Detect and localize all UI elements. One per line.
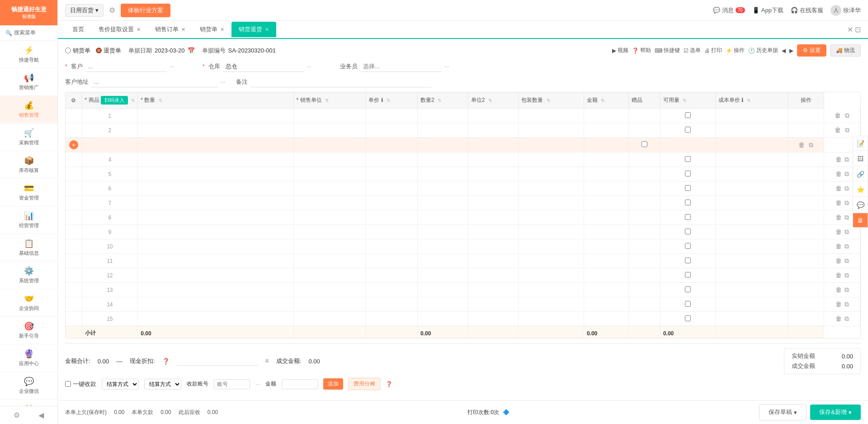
sidebar-item-finance[interactable]: 💳 资金管理: [0, 179, 57, 206]
cost-unit-cell-3[interactable]: [715, 138, 788, 152]
add-row-btn[interactable]: +: [69, 140, 78, 149]
product-sort[interactable]: ⇅: [131, 98, 135, 103]
tab-sales-order[interactable]: 销售订单 ✕: [148, 22, 193, 37]
delete-row-1[interactable]: 🗑: [835, 112, 841, 119]
sales-unit-cell-1[interactable]: [366, 109, 418, 123]
delete-row-2[interactable]: 🗑: [835, 126, 841, 133]
unit2-cell-1[interactable]: [519, 109, 584, 123]
notes-input[interactable]: [250, 76, 431, 87]
available-cell-1[interactable]: [715, 109, 788, 123]
right-chat-btn[interactable]: 💬: [853, 198, 868, 212]
product-cell-1[interactable]: [138, 109, 293, 123]
copy-row-14[interactable]: ⧉: [844, 300, 849, 308]
unit-price-cell-3[interactable]: [366, 138, 418, 152]
unit2-sort[interactable]: ⇅: [488, 98, 492, 103]
tab-sales-return-close[interactable]: ✕: [265, 27, 269, 33]
delete-row-3[interactable]: 🗑: [798, 141, 805, 148]
tab-sales-delivery[interactable]: 销货单 ✕: [193, 22, 231, 37]
copy-row-1[interactable]: ⧉: [845, 112, 849, 119]
copy-row-3[interactable]: ⧉: [809, 141, 813, 148]
sidebar-settings-btn[interactable]: ⚙: [14, 411, 20, 419]
operate-btn[interactable]: ⚡ 操作: [726, 47, 745, 54]
sidebar-item-enterprise-wechat[interactable]: 💬 企业微信: [0, 372, 57, 400]
quantity-sort[interactable]: ⇅: [159, 98, 162, 103]
cost-unit-info-icon[interactable]: ℹ: [741, 97, 744, 103]
copy-row-8[interactable]: ⧉: [844, 214, 849, 221]
gift-cell-2[interactable]: [660, 123, 715, 138]
quantity2-cell-2[interactable]: [468, 123, 519, 138]
print-btn[interactable]: 🖨 打印: [704, 47, 722, 54]
tab-sales-return[interactable]: 销货退货 ✕: [231, 22, 276, 37]
add-payment-btn[interactable]: 添加: [323, 378, 343, 390]
payment-amount-input[interactable]: [282, 379, 318, 389]
dropdown-arrow-icon-2[interactable]: ▾: [849, 409, 852, 416]
delete-row-9[interactable]: 🗑: [835, 228, 842, 235]
one-click-payment-input[interactable]: [65, 381, 71, 387]
quantity-cell-1[interactable]: [293, 109, 366, 123]
history-btn[interactable]: 🕐 历史单据: [748, 47, 778, 54]
amount-cell-3[interactable]: [584, 138, 628, 152]
quantity2-cell-3[interactable]: [418, 138, 468, 152]
sidebar-search[interactable]: 🔍 搜索菜单: [0, 25, 57, 41]
user-profile[interactable]: 人 徐泽华: [830, 5, 861, 16]
tab-price-settings[interactable]: 售价提取设置 ✕: [91, 22, 148, 37]
help-btn[interactable]: ❓ 帮助: [632, 47, 651, 54]
delete-row-6[interactable]: 🗑: [835, 185, 842, 192]
table-settings-header[interactable]: ⚙: [66, 92, 82, 109]
sidebar-item-quick-nav[interactable]: ⚡ 快捷导航: [0, 41, 57, 68]
gift-cell-3[interactable]: [628, 138, 660, 152]
gift-checkbox-1[interactable]: [685, 112, 691, 118]
cost-unit-sort[interactable]: ⇅: [747, 98, 750, 103]
pkg-qty-cell-2[interactable]: [584, 123, 628, 138]
unit-price-cell-1[interactable]: [418, 109, 468, 123]
customer-picker-btn[interactable]: ···: [170, 63, 174, 70]
next-doc-btn[interactable]: ▶: [789, 48, 793, 54]
save-new-btn[interactable]: 保存&新增 ▾: [810, 405, 861, 420]
scan-btn[interactable]: 扫码录入: [101, 96, 128, 105]
select-btn[interactable]: ☑ 选单: [684, 47, 701, 54]
video-btn[interactable]: ▶ 视频: [612, 47, 628, 54]
amount-cell-1[interactable]: [628, 109, 660, 123]
copy-row-4[interactable]: ⧉: [844, 156, 849, 163]
product-cell-3[interactable]: [82, 138, 138, 152]
fee-help-icon[interactable]: ❓: [386, 381, 392, 387]
online-service-btn[interactable]: 🎧 在线客服: [791, 6, 823, 14]
delete-row-11[interactable]: 🗑: [835, 257, 842, 264]
right-screen-btn[interactable]: 🖥: [853, 213, 868, 228]
close-all-icon[interactable]: ✕: [847, 25, 853, 34]
sales-unit-sort[interactable]: ⇅: [325, 98, 329, 103]
unit2-cell-3[interactable]: [468, 138, 519, 152]
topbar-settings-icon[interactable]: ⚙: [107, 4, 117, 16]
save-draft-btn[interactable]: 保存草稿 ▾: [759, 404, 807, 420]
staff-picker-btn[interactable]: ···: [444, 63, 449, 70]
address-input[interactable]: [91, 76, 218, 87]
staff-input[interactable]: [360, 61, 442, 72]
delete-row-5[interactable]: 🗑: [835, 170, 842, 177]
delete-row-14[interactable]: 🗑: [835, 300, 842, 308]
sidebar-item-operations[interactable]: 📊 经营管理: [0, 206, 57, 234]
copy-row-10[interactable]: ⧉: [844, 243, 849, 250]
product-input-1[interactable]: [141, 112, 290, 119]
unit-price-cell-2[interactable]: [418, 123, 468, 138]
copy-row-13[interactable]: ⧉: [844, 286, 849, 293]
available-sort[interactable]: ⇅: [683, 98, 686, 103]
delete-row-8[interactable]: 🗑: [835, 214, 842, 221]
account-picker-btn[interactable]: ···: [255, 381, 260, 387]
sidebar-item-vip[interactable]: 👑 畅会员: [0, 400, 57, 406]
copy-row-2[interactable]: ⧉: [845, 126, 849, 133]
copy-row-6[interactable]: ⧉: [844, 185, 849, 192]
warehouse-picker-btn[interactable]: ···: [307, 63, 311, 70]
quantity2-cell-1[interactable]: [468, 109, 519, 123]
sidebar-item-sales[interactable]: 💰 销售管理: [0, 96, 57, 124]
right-link-btn[interactable]: 🔗: [853, 167, 868, 181]
tab-home[interactable]: 首页: [65, 22, 91, 37]
copy-row-11[interactable]: ⧉: [844, 257, 849, 264]
calendar-icon[interactable]: 📅: [188, 47, 195, 54]
one-click-payment-checkbox[interactable]: 一键收款: [65, 380, 96, 388]
right-star-btn[interactable]: ⭐: [853, 182, 868, 197]
account-input[interactable]: [214, 379, 250, 389]
copy-row-12[interactable]: ⧉: [844, 272, 849, 279]
calc-method-select[interactable]: 结算方式: [144, 379, 181, 390]
message-btn[interactable]: 💬 消息 70: [713, 6, 745, 14]
unit-price-info-icon[interactable]: ℹ: [381, 97, 383, 103]
